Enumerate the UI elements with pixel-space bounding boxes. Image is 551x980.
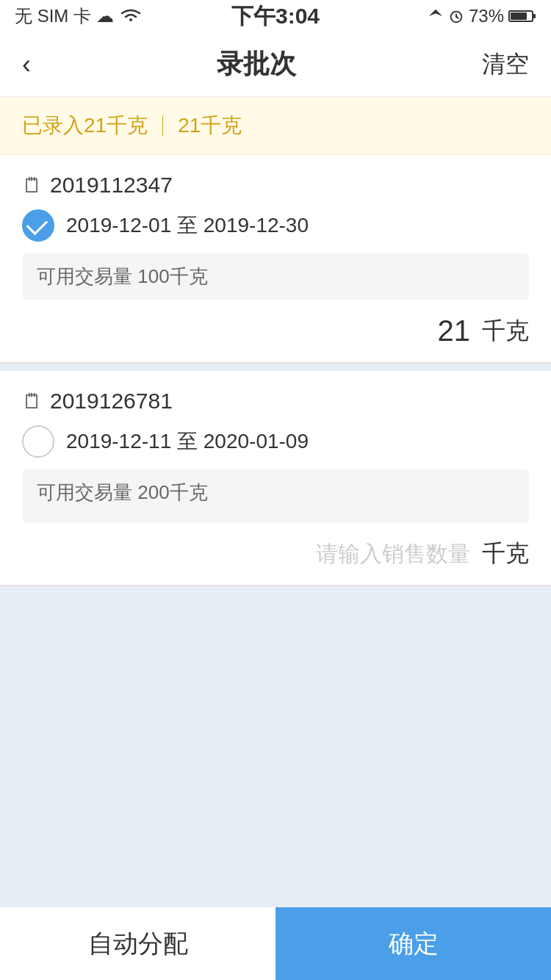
batch-card-1: 🗒 2019112347 2019-12-01 至 2019-12-30 可用交… [0, 155, 551, 300]
batch-card-2: 🗒 2019126781 2019-12-11 至 2020-01-09 可用交… [0, 371, 551, 523]
summary-value: 21千克 [178, 112, 242, 140]
batch-2-date: 2019-12-11 至 2020-01-09 [66, 428, 309, 455]
batch-1-available-qty: 可用交易量 100千克 [22, 253, 529, 300]
batch-2-input-placeholder: 请输入销售数量 [316, 539, 470, 569]
svg-rect-3 [533, 14, 536, 18]
auto-distribute-button[interactable]: 自动分配 [0, 907, 276, 980]
summary-divider [162, 115, 163, 136]
batch-1-id: 2019112347 [50, 173, 173, 198]
batch-id-icon-2: 🗒 [22, 389, 43, 414]
section-divider [0, 364, 551, 371]
batch-1-qty-value: 21 [438, 314, 471, 347]
batch-1-qty-unit: 千克 [482, 315, 529, 347]
sim-label: 无 SIM 卡 ☁ [15, 4, 114, 28]
batch-1-date: 2019-12-01 至 2019-12-30 [66, 212, 309, 239]
svg-rect-2 [511, 12, 527, 20]
summary-label: 已录入21千克 [22, 112, 148, 140]
batch-2-input-unit: 千克 [482, 538, 529, 570]
nav-bar: ‹ 录批次 清空 [0, 32, 551, 97]
page-title: 录批次 [217, 46, 296, 82]
batch-2-checkbox[interactable] [22, 425, 54, 458]
confirm-button[interactable]: 确定 [276, 907, 551, 980]
batch-2-available-qty: 可用交易量 200千克 [22, 469, 529, 523]
batch-1-header: 🗒 2019112347 [22, 173, 529, 198]
batch-1-date-row: 2019-12-01 至 2019-12-30 [22, 209, 529, 242]
batch-1-checkbox[interactable] [22, 209, 54, 242]
back-button[interactable]: ‹ [22, 49, 31, 80]
summary-banner: 已录入21千克 21千克 [0, 97, 551, 155]
batch-2-id: 2019126781 [50, 389, 173, 414]
batch-2-input-row[interactable]: 请输入销售数量 千克 [0, 523, 551, 586]
status-right: 73% [428, 6, 536, 26]
wifi-icon [120, 8, 142, 24]
batch-id-icon-1: 🗒 [22, 173, 43, 198]
battery-text: 73% [469, 6, 504, 26]
batch-2-header: 🗒 2019126781 [22, 389, 529, 414]
status-left: 无 SIM 卡 ☁ [15, 4, 142, 28]
batch-1-qty-row[interactable]: 21 千克 [0, 300, 551, 364]
clear-button[interactable]: 清空 [482, 48, 529, 81]
location-icon [428, 8, 444, 24]
batch-2-date-row: 2019-12-11 至 2020-01-09 [22, 425, 529, 458]
alarm-icon [448, 8, 464, 24]
battery-icon [508, 9, 536, 24]
status-time: 下午3:04 [231, 1, 320, 32]
empty-area [0, 586, 551, 909]
bottom-bar: 自动分配 确定 [0, 907, 551, 980]
status-bar: 无 SIM 卡 ☁ 下午3:04 73% [0, 0, 551, 32]
